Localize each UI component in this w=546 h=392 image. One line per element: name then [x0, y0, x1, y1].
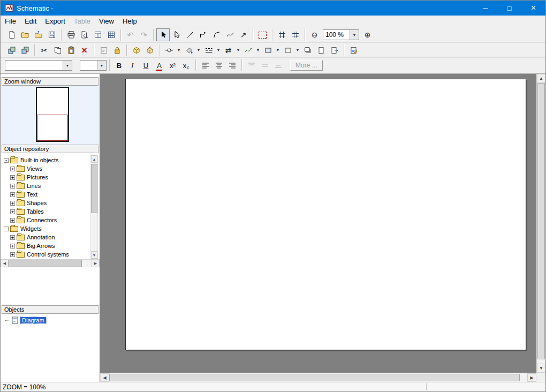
- maximize-button[interactable]: □: [497, 1, 521, 16]
- expand-icon[interactable]: +: [10, 167, 15, 171]
- scrollbar-thumb[interactable]: [109, 374, 520, 381]
- canvas-horizontal-scrollbar[interactable]: ◀ ▶: [100, 373, 536, 382]
- expand-icon[interactable]: +: [10, 201, 15, 206]
- superscript-button[interactable]: x²: [166, 59, 179, 72]
- minimize-button[interactable]: ─: [473, 1, 497, 16]
- expand-icon[interactable]: +: [10, 244, 15, 248]
- rotate-button[interactable]: [162, 44, 176, 57]
- expand-icon[interactable]: +: [10, 192, 15, 197]
- page-button[interactable]: [314, 44, 328, 57]
- chevron-down-icon[interactable]: ▼: [195, 44, 202, 57]
- scrollbar-thumb[interactable]: [91, 164, 97, 213]
- fill-color-button[interactable]: [182, 44, 195, 57]
- chevron-down-icon[interactable]: ▼: [235, 44, 241, 57]
- lock-button[interactable]: [110, 44, 124, 57]
- line-width-button[interactable]: ⇄: [222, 44, 235, 57]
- tree-item-label[interactable]: Tables: [27, 208, 44, 215]
- tree-item[interactable]: - Widgets: [1, 224, 100, 233]
- zoom-level-combobox[interactable]: 100 % ▼: [323, 29, 359, 40]
- line-style-button[interactable]: [202, 44, 215, 57]
- scroll-right-icon[interactable]: ▶: [527, 373, 536, 382]
- polyline-tool-button[interactable]: [196, 28, 210, 41]
- align-center-button[interactable]: [212, 59, 225, 72]
- zoom-out-button[interactable]: ⊖: [308, 28, 321, 41]
- scroll-up-icon[interactable]: ▲: [91, 155, 97, 163]
- scroll-down-icon[interactable]: ▼: [91, 251, 97, 259]
- subscript-button[interactable]: x₂: [179, 59, 193, 72]
- tree-item-label[interactable]: Annotation: [27, 234, 55, 240]
- send-to-back-button[interactable]: [18, 44, 32, 57]
- tree-item-label[interactable]: Big Arrows: [27, 243, 55, 249]
- open-button[interactable]: [18, 28, 32, 41]
- chevron-down-icon[interactable]: ▼: [215, 44, 222, 57]
- tree-item-label[interactable]: Lines: [27, 183, 41, 189]
- expand-icon[interactable]: +: [10, 252, 15, 257]
- tree-item[interactable]: + Big Arrows: [1, 242, 100, 250]
- tree-item[interactable]: - Built-in objects: [1, 156, 100, 164]
- group-button[interactable]: [130, 44, 143, 57]
- objects-tree-item[interactable]: Diagram: [1, 316, 100, 325]
- chevron-down-icon[interactable]: ▼: [350, 30, 359, 40]
- align-left-button[interactable]: [199, 59, 212, 72]
- grid-layout-button[interactable]: [104, 28, 118, 41]
- expand-icon[interactable]: +: [10, 209, 15, 214]
- menu-edit[interactable]: Edit: [20, 16, 41, 26]
- arrow-style-split-button[interactable]: ▼: [241, 44, 261, 57]
- tree-item-label[interactable]: Widgets: [20, 225, 42, 232]
- chevron-down-icon[interactable]: ▼: [294, 44, 301, 57]
- tree-item-label[interactable]: Text: [27, 191, 37, 198]
- chevron-down-icon[interactable]: ▼: [63, 61, 72, 70]
- tree-item[interactable]: + Views: [1, 164, 100, 173]
- expand-icon[interactable]: +: [10, 235, 15, 240]
- frame-style-split-button[interactable]: ▼: [261, 44, 281, 57]
- delete-button[interactable]: ✕: [78, 44, 91, 57]
- marquee-select-button[interactable]: [256, 28, 269, 41]
- tree-item-label[interactable]: Built-in objects: [20, 157, 59, 163]
- line-style-split-button[interactable]: ▼: [202, 44, 222, 57]
- line-width-split-button[interactable]: ⇄ ▼: [222, 44, 241, 57]
- copy-button[interactable]: [51, 44, 64, 57]
- bold-button[interactable]: B: [112, 59, 126, 72]
- scrollbar-thumb[interactable]: [537, 83, 545, 359]
- font-family-combobox[interactable]: ▼: [5, 60, 72, 71]
- chevron-down-icon[interactable]: ▼: [176, 44, 182, 57]
- snap-grid-toggle-button[interactable]: [289, 28, 302, 41]
- zoom-viewport-rect[interactable]: [37, 115, 68, 141]
- collapse-icon[interactable]: -: [4, 227, 9, 231]
- drawing-canvas[interactable]: ▲ ▼ ◀ ▶: [100, 74, 545, 382]
- canvas-vertical-scrollbar[interactable]: ▲ ▼: [536, 74, 545, 373]
- scroll-up-icon[interactable]: ▲: [537, 74, 545, 83]
- repository-horizontal-scrollbar[interactable]: ◀ ▶: [1, 259, 100, 267]
- tree-item[interactable]: + Text: [1, 190, 100, 199]
- page-layout-button[interactable]: [91, 28, 104, 41]
- tree-item-label[interactable]: Control systems: [27, 251, 69, 258]
- font-size-combobox[interactable]: ▼: [80, 60, 107, 71]
- print-button[interactable]: [64, 28, 78, 41]
- tree-item[interactable]: + Tables: [1, 207, 100, 216]
- shadow-button[interactable]: [301, 44, 314, 57]
- tree-item-label[interactable]: Connectors: [27, 217, 57, 223]
- arc-tool-button[interactable]: [210, 28, 223, 41]
- import-button[interactable]: [32, 28, 45, 41]
- fill-color-split-button[interactable]: ▼: [182, 44, 202, 57]
- paste-button[interactable]: [64, 44, 78, 57]
- shape-style-split-button[interactable]: ▼: [281, 44, 301, 57]
- tree-item[interactable]: + Pictures: [1, 173, 100, 182]
- scroll-down-icon[interactable]: ▼: [537, 364, 545, 373]
- arrow-tool-button[interactable]: ↗: [237, 28, 250, 41]
- shape-style-button[interactable]: [281, 44, 294, 57]
- object-properties-button[interactable]: [347, 44, 360, 57]
- arrow-style-button[interactable]: [241, 44, 255, 57]
- align-right-button[interactable]: [225, 59, 239, 72]
- new-button[interactable]: [5, 28, 18, 41]
- tree-item[interactable]: + Control systems: [1, 250, 100, 259]
- tree-item-label[interactable]: Shapes: [27, 200, 47, 206]
- expand-icon[interactable]: +: [10, 175, 15, 180]
- grid-toggle-button[interactable]: [275, 28, 289, 41]
- chevron-down-icon[interactable]: ▼: [275, 44, 281, 57]
- zoom-window-preview[interactable]: [1, 86, 100, 145]
- menu-file[interactable]: File: [1, 16, 20, 26]
- repository-vertical-scrollbar[interactable]: ▲ ▼: [90, 155, 98, 259]
- close-button[interactable]: ×: [521, 1, 545, 16]
- tree-item-label[interactable]: Pictures: [27, 174, 48, 180]
